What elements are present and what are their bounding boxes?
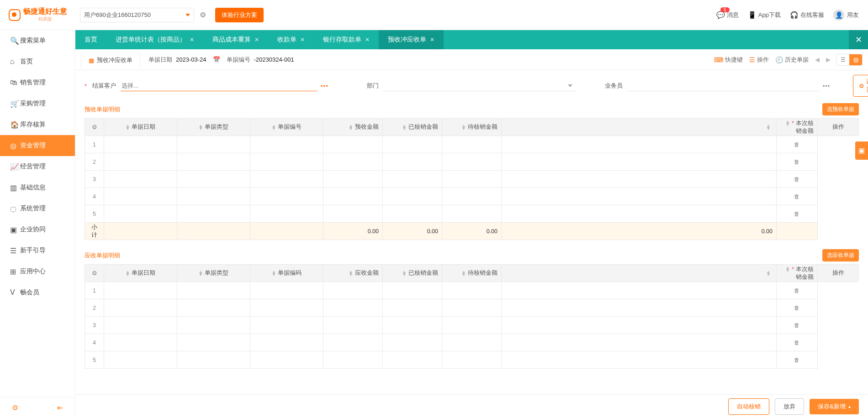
close-icon[interactable]: ✕ [300,37,305,43]
sidebar-item-1[interactable]: ⌂首页 [0,51,75,72]
close-icon[interactable]: ✕ [430,37,434,43]
cell[interactable] [323,351,383,369]
user-menu[interactable]: 👤 用友 [833,10,859,21]
close-icon[interactable]: ✕ [254,37,259,43]
cell[interactable] [502,299,777,317]
cell[interactable] [177,351,250,369]
tenant-settings-icon[interactable]: ⚙ [200,10,206,19]
pick-receivable-button[interactable]: 选应收单据 [822,249,859,261]
sort-icon[interactable]: ▲▼ [349,271,353,276]
sidebar-item-10[interactable]: ☰新手引导 [0,240,75,261]
delete-icon[interactable]: 🗑 [794,305,800,311]
biz-picker-icon[interactable]: ••• [823,83,831,89]
right-float-tab[interactable]: ▣ [855,141,868,160]
cell[interactable] [383,351,442,369]
cell[interactable] [442,171,502,188]
delete-icon[interactable]: 🗑 [794,159,800,165]
calendar-icon[interactable]: 📅 [213,56,220,63]
cell[interactable] [177,299,250,317]
biz-input[interactable] [627,80,819,91]
cell[interactable] [250,153,323,171]
col-header[interactable]: ▲▼已核销金额 [383,265,442,282]
tenant-selector[interactable]: 用户690企业1660120750 [80,8,194,22]
close-icon[interactable]: ✕ [190,37,194,43]
cta-button[interactable]: 体验行业方案 [215,8,264,22]
col-header[interactable]: ▲▼待核销金额 [442,265,502,282]
delete-icon[interactable]: 🗑 [794,176,800,183]
col-header[interactable]: ▲▼已核销金额 [383,119,442,136]
col-header[interactable]: ▲▼待核销金额 [442,119,502,136]
sort-icon[interactable]: ▲▼ [126,125,130,130]
cell[interactable] [104,299,177,317]
cell[interactable] [250,317,323,334]
cell[interactable] [383,317,442,334]
page-tab-2[interactable]: 商品成本重算✕ [203,30,268,49]
sidebar-item-5[interactable]: ◎资金管理 [0,135,75,156]
pick-prepay-button[interactable]: 选预收单据 [822,103,859,115]
sort-icon[interactable]: ▲▼ [785,120,790,126]
sort-icon[interactable]: ▲▼ [272,125,276,130]
cell[interactable] [383,188,442,205]
col-header[interactable]: ▲▼*本次核销金额 [777,265,818,282]
table-row[interactable]: 2🗑 [85,299,859,317]
document-tab[interactable]: ▦ 预收冲应收单 [81,52,140,68]
cell[interactable] [104,317,177,334]
cell[interactable] [177,171,250,188]
cell[interactable] [250,188,323,205]
discard-button[interactable]: 放弃 [775,398,804,415]
sort-icon[interactable]: ▲▼ [461,125,466,130]
customer-picker-icon[interactable]: ••• [321,83,328,89]
table-row[interactable]: 1🗑 [85,136,859,153]
cell[interactable] [442,299,502,317]
history-link[interactable]: 🕘历史单据 [775,56,809,64]
column-config[interactable]: ⚙ [85,119,104,136]
col-header[interactable]: ▲▼单据编号 [250,119,323,136]
cell[interactable] [323,282,383,299]
column-config[interactable]: ⚙ [85,265,104,282]
cell[interactable] [104,171,177,188]
sort-icon[interactable]: ▲▼ [402,125,407,130]
shortcut-link[interactable]: ⌨快捷键 [714,56,743,64]
prev-doc[interactable]: ◀ [815,56,820,63]
cell[interactable] [502,136,777,153]
table-row[interactable]: 2🗑 [85,153,859,171]
view-card[interactable]: ▤ [849,54,862,65]
cell[interactable] [442,153,502,171]
cell[interactable] [323,299,383,317]
sidebar-item-0[interactable]: 🔍搜索菜单 [0,30,75,51]
page-tab-5[interactable]: 预收冲应收单✕ [379,30,444,49]
sort-icon[interactable]: ▲▼ [272,271,276,276]
close-icon[interactable]: ✕ [365,37,370,43]
delete-icon[interactable]: 🗑 [794,193,800,200]
customer-input[interactable] [121,80,317,91]
sidebar-item-12[interactable]: V畅会员 [0,282,75,303]
delete-icon[interactable]: 🗑 [794,287,800,294]
date-value[interactable]: 2023-03-24 [176,56,206,63]
sidebar-item-6[interactable]: 📈经营管理 [0,156,75,177]
cell[interactable] [502,205,777,223]
sort-icon[interactable]: ▲▼ [785,266,790,272]
cell[interactable] [104,205,177,223]
sort-icon[interactable]: ▲▼ [199,125,203,130]
sidebar-item-7[interactable]: ▥基础信息 [0,177,75,198]
cell[interactable] [502,282,777,299]
delete-icon[interactable]: 🗑 [794,340,800,346]
cell[interactable] [323,153,383,171]
cell[interactable] [442,188,502,205]
settings-button[interactable]: ⚙设置 [853,75,868,97]
cell[interactable] [442,334,502,351]
cell[interactable] [104,136,177,153]
cell[interactable] [177,317,250,334]
cell[interactable] [177,136,250,153]
cell[interactable] [502,171,777,188]
cell[interactable] [250,205,323,223]
table-row[interactable]: 4🗑 [85,188,859,205]
cell[interactable] [250,282,323,299]
settings-icon[interactable]: ⚙ [12,403,18,412]
cell[interactable] [502,317,777,334]
sort-icon[interactable]: ▲▼ [766,271,771,276]
cell[interactable] [442,282,502,299]
cell[interactable] [383,136,442,153]
app-download-link[interactable]: 📱 App下载 [748,11,781,19]
sidebar-item-8[interactable]: ◌系统管理 [0,198,75,219]
